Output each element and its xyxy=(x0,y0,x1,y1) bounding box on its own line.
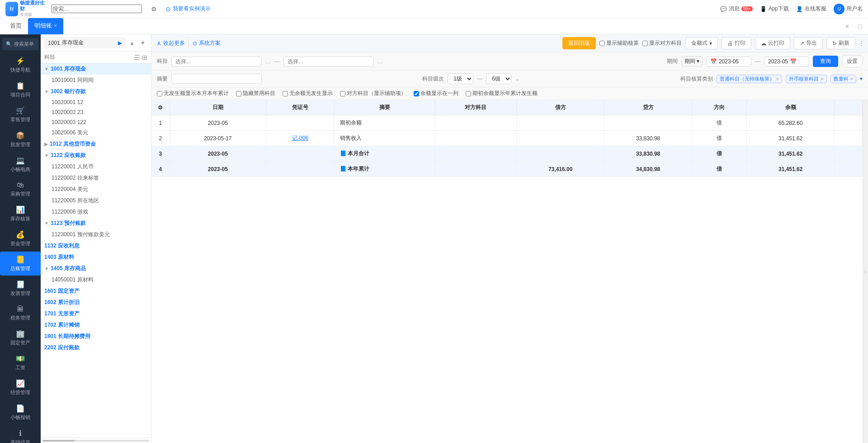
sidebar-item-salary[interactable]: 💵 工资 xyxy=(0,351,41,375)
sidebar-item-assets[interactable]: 🏢 固定资产 xyxy=(0,326,41,350)
show-opposite-checkbox[interactable]: 显示对方科目 xyxy=(642,39,682,47)
tag-normal[interactable]: 普通科目（无特殊核算） × xyxy=(717,75,782,83)
tree-item[interactable]: 10020001 12 xyxy=(41,97,151,107)
tree-item[interactable]: ▼ 1002 银行存款 xyxy=(41,86,151,97)
sidebar-item-invoice[interactable]: 🧾 发票管理 xyxy=(0,276,41,300)
sidebar-item-expense[interactable]: 📄 小畅报销 xyxy=(0,400,41,424)
tree-item[interactable]: 10020006 美元 xyxy=(41,127,151,138)
tree-item[interactable]: ▼ 1123 预付账款 xyxy=(41,218,151,229)
summary-input[interactable] xyxy=(171,74,262,84)
tag-foreign[interactable]: 外币核算科目 × xyxy=(786,75,826,83)
query-btn[interactable]: 查询 xyxy=(813,56,838,67)
tree-item[interactable]: ▼ 1122 应收账款 xyxy=(41,150,151,161)
tree-item[interactable]: ▶ 1012 其他货币资金 xyxy=(41,138,151,150)
notification-btn[interactable]: 💬 消息 99+ xyxy=(720,5,753,13)
account-selector[interactable]: 1001 库存现金 ▶ xyxy=(44,37,126,48)
tab-detail-close[interactable]: × xyxy=(54,23,57,29)
sidebar-item-wholesale[interactable]: 📦 批发管理 xyxy=(0,128,41,152)
cloud-print-btn[interactable]: ☁ 云打印 xyxy=(755,37,790,49)
tree-item[interactable]: 11220002 往来标签 xyxy=(41,172,151,184)
period-to-picker[interactable]: 2023-05 📅 xyxy=(764,57,809,67)
row-voucher-link[interactable]: 记-006 xyxy=(266,131,335,146)
tag-close-icon[interactable]: × xyxy=(776,76,779,81)
tree-item[interactable]: 2202 应付账款 xyxy=(41,342,151,353)
sidebar-item-inventory[interactable]: 📊 库存核算 xyxy=(0,202,41,226)
cb-no-balance[interactable]: 无余额无发生显示 xyxy=(283,90,333,97)
subject-to-input[interactable] xyxy=(283,57,374,67)
sidebar-item-purchase[interactable]: 🛍 采购管理 xyxy=(0,177,41,201)
tree-item[interactable]: 10020003 122 xyxy=(41,117,151,127)
tag-quantity[interactable]: 数量科 × xyxy=(830,75,856,83)
tag-close-icon2[interactable]: × xyxy=(821,76,823,81)
tree-item[interactable]: 1132 应收利息 xyxy=(41,240,151,252)
sidebar-item-operations[interactable]: 📈 经营管理 xyxy=(0,376,41,400)
tree-item[interactable]: ▼ 1405 库存商品 xyxy=(41,263,151,274)
period-from-picker[interactable]: 📅 2023-05 xyxy=(706,57,751,67)
chevron-down-cat[interactable]: ▾ xyxy=(860,76,863,82)
tree-item[interactable]: 1702 累计摊销 xyxy=(41,319,151,331)
tree-item[interactable]: 1602 累计折旧 xyxy=(41,297,151,308)
tree-item[interactable]: 10020002 23 xyxy=(41,107,151,117)
online-service-btn[interactable]: 👤 在线客服 xyxy=(796,5,826,13)
cb-balance-col[interactable]: 余额显示在一列 xyxy=(414,90,458,97)
nav-prev-btn[interactable]: ▲ xyxy=(127,38,137,48)
user-menu[interactable]: U 用户名 xyxy=(834,4,863,14)
sidebar-item-ecommerce[interactable]: 💻 小畅电商 xyxy=(0,152,41,176)
sidebar-item-project[interactable]: 📋 项目合同 xyxy=(0,78,41,102)
show-aux-checkbox[interactable]: 显示辅助核算 xyxy=(599,39,639,47)
tree-item[interactable]: 1601 固定资产 xyxy=(41,286,151,297)
right-collapse-handle[interactable]: › xyxy=(863,100,868,443)
left-scroll[interactable] xyxy=(41,438,151,443)
tree-item[interactable]: 1701 无形资产 xyxy=(41,308,151,319)
col-gear[interactable]: ⚙ xyxy=(151,100,170,115)
sidebar-item-tax[interactable]: 🏛 税务管理 xyxy=(0,301,41,325)
sidebar-item-basic[interactable]: ℹ 基础信息 xyxy=(0,425,41,443)
sidebar-item-ledger[interactable]: 📒 总账管理 xyxy=(0,252,41,276)
level-to-select[interactable]: 6级5级4级 xyxy=(486,73,512,84)
level-from-select[interactable]: 1级2级3级 xyxy=(448,73,473,84)
settings-top-icon[interactable]: ⚙ xyxy=(147,3,160,15)
tree-item[interactable]: ▼ 1001 库存现金 xyxy=(41,63,151,75)
cb-opposite[interactable]: 对方科目（显示辅助项） xyxy=(340,90,406,97)
scheme-btn[interactable]: ⊙ 系统方案 xyxy=(193,39,221,47)
back-old-btn[interactable]: 返回旧版 xyxy=(562,37,596,49)
tree-item[interactable]: 11220005 所在地区 xyxy=(41,195,151,206)
export-btn[interactable]: ↗ 导出 xyxy=(794,37,823,49)
tree-item[interactable]: 1403 原材料 xyxy=(41,252,151,263)
period-type-dropdown[interactable]: 期间 ▾ xyxy=(681,56,703,67)
subject-input[interactable] xyxy=(171,57,262,67)
demo-link[interactable]: ⊙ 我要看实例演示 xyxy=(165,5,211,13)
tag-close-icon3[interactable]: × xyxy=(850,76,853,81)
format-btn[interactable]: 金额式 ▾ xyxy=(685,37,718,49)
app-download-btn[interactable]: 📱 App下载 xyxy=(760,5,789,13)
collapse-icon[interactable]: ☰ xyxy=(134,54,140,61)
account-tree[interactable]: ▼ 1001 库存现金 10010001 同同同 ▼ 1002 银行存款 100… xyxy=(41,63,151,438)
nav-next-btn[interactable]: ▼ xyxy=(138,38,147,48)
tab-home[interactable]: 首页 xyxy=(4,18,28,34)
tree-item[interactable]: 11220004 美元 xyxy=(41,184,151,195)
sidebar-item-finance[interactable]: 💰 资金管理 xyxy=(0,227,41,251)
top-search-input[interactable] xyxy=(52,5,142,13)
tree-item[interactable]: 11220001 人民币 xyxy=(41,161,151,172)
expand-icon[interactable]: ⊞ xyxy=(142,54,147,61)
tree-item[interactable]: 1801 长期待摊费用 xyxy=(41,331,151,342)
cb-hide-disabled[interactable]: 隐藏禁用科目 xyxy=(236,90,275,97)
tree-item[interactable]: 10010001 同同同 xyxy=(41,75,151,86)
sidebar-item-retail[interactable]: 🛒 零售管理 xyxy=(0,103,41,127)
tab-detail[interactable]: 明细账 × xyxy=(28,18,63,34)
window-max-btn[interactable]: □ xyxy=(855,22,864,31)
refresh-btn[interactable]: ↻ 刷新 xyxy=(826,37,855,49)
expand-more-btn[interactable]: 收起更多 xyxy=(163,39,185,47)
resize-handle[interactable]: ⋮ xyxy=(859,40,863,47)
tree-item[interactable]: 11220006 游戏 xyxy=(41,206,151,218)
print-btn[interactable]: 🖨 打印 xyxy=(722,37,751,49)
tree-item[interactable]: 14050001 原材料 xyxy=(41,274,151,286)
tree-item[interactable]: 11230001 预付账款美元 xyxy=(41,229,151,240)
settings-btn[interactable]: 设置 xyxy=(842,55,863,67)
cb-init-balance[interactable]: 期初余额显示年累计发生额 xyxy=(466,90,538,97)
sidebar-search[interactable]: 🔍 搜索菜单 xyxy=(2,38,38,50)
window-close-btn[interactable]: × xyxy=(843,22,852,31)
gear-icon[interactable]: ⚙ xyxy=(158,105,163,111)
cb-no-amount[interactable]: 无发生额显示本月本年累计 xyxy=(157,90,229,97)
sidebar-item-quicknav[interactable]: ⚡ 快捷导航 xyxy=(0,53,41,77)
